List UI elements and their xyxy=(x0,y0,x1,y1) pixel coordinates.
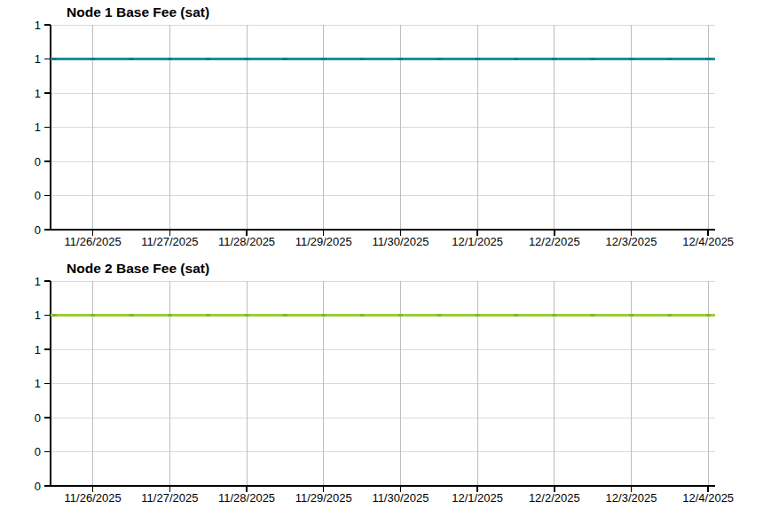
x-tick-label: 12/2/2025 xyxy=(529,491,580,505)
x-tick-label: 12/4/2025 xyxy=(682,235,734,248)
y-tick-label: 1 xyxy=(35,275,41,288)
y-tick-label: 0 xyxy=(35,155,41,168)
x-tick-label: 11/26/2025 xyxy=(65,491,122,505)
y-tick-label: 1 xyxy=(35,309,41,322)
charts-page: Node 1 Base Fee (sat) 111100011/26/20251… xyxy=(0,0,763,532)
x-tick-label: 11/26/2025 xyxy=(65,235,122,248)
y-tick-label: 0 xyxy=(35,480,41,493)
y-tick-label: 1 xyxy=(35,19,41,32)
x-tick-label: 11/29/2025 xyxy=(295,491,352,505)
y-tick-label: 0 xyxy=(35,223,41,237)
y-tick-label: 0 xyxy=(35,445,41,458)
y-tick-label: 0 xyxy=(35,411,41,425)
y-tick-label: 1 xyxy=(35,87,41,100)
y-tick-label: 1 xyxy=(35,377,41,390)
node-2-base-fee-chart: 111100011/26/202511/27/202511/28/202511/… xyxy=(0,256,763,513)
x-tick-label: 12/3/2025 xyxy=(606,491,657,505)
x-tick-label: 11/28/2025 xyxy=(218,491,275,505)
node-1-base-fee-chart: 111100011/26/202511/27/202511/28/202511/… xyxy=(0,0,763,257)
x-tick-label: 11/28/2025 xyxy=(218,235,275,248)
y-tick-label: 0 xyxy=(35,189,41,202)
x-tick-label: 12/1/2025 xyxy=(452,235,503,248)
x-tick-label: 11/27/2025 xyxy=(141,235,198,248)
x-tick-label: 12/1/2025 xyxy=(452,491,503,505)
x-tick-label: 11/29/2025 xyxy=(295,235,352,248)
y-tick-label: 1 xyxy=(35,343,41,356)
x-tick-label: 12/4/2025 xyxy=(682,491,734,505)
x-tick-label: 11/30/2025 xyxy=(372,235,429,248)
y-tick-label: 1 xyxy=(35,52,41,66)
y-tick-label: 1 xyxy=(35,121,41,134)
x-tick-label: 12/3/2025 xyxy=(606,235,657,248)
x-tick-label: 11/27/2025 xyxy=(141,491,198,505)
x-tick-label: 12/2/2025 xyxy=(529,235,580,248)
x-tick-label: 11/30/2025 xyxy=(372,491,429,505)
